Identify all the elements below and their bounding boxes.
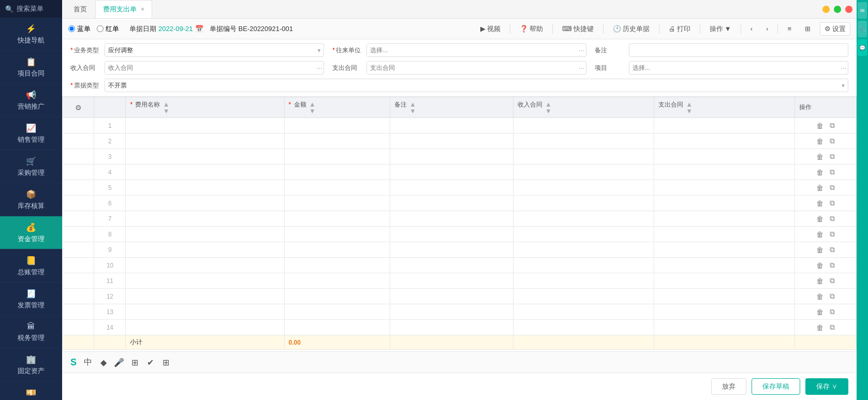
delete-row-12-btn[interactable]: 🗑 bbox=[814, 291, 826, 302]
sidebar-item-finance[interactable]: 💰 资金管理 bbox=[0, 216, 62, 249]
date-value[interactable]: 2022-09-21 bbox=[158, 25, 193, 33]
delete-row-13-btn[interactable]: 🗑 bbox=[814, 307, 826, 317]
sidebar-item-payroll[interactable]: 💴 工资 bbox=[0, 381, 62, 400]
row-11-expense[interactable] bbox=[654, 273, 795, 289]
project-select[interactable]: ··· bbox=[629, 61, 848, 75]
row-2-expense[interactable] bbox=[654, 134, 795, 149]
delete-row-10-btn[interactable]: 🗑 bbox=[814, 260, 826, 271]
row-5-note[interactable] bbox=[390, 180, 513, 196]
row-12-income[interactable] bbox=[513, 289, 654, 304]
save-draft-button[interactable]: 保存草稿 bbox=[752, 378, 800, 395]
row-1-name[interactable] bbox=[126, 118, 284, 134]
biz-type-input[interactable] bbox=[105, 44, 314, 56]
right-panel-mail[interactable]: ✉ bbox=[858, 2, 867, 19]
settings-btn[interactable]: ⚙ 设置 bbox=[820, 22, 850, 36]
row-14-amount[interactable] bbox=[284, 320, 390, 335]
row-12-expense[interactable] bbox=[654, 289, 795, 304]
mic-icon[interactable]: 🎤 bbox=[113, 356, 125, 368]
delete-row-8-btn[interactable]: 🗑 bbox=[814, 229, 826, 240]
calendar-icon[interactable]: 📅 bbox=[195, 25, 203, 33]
row-11-amount[interactable] bbox=[284, 273, 390, 289]
copy-row-3-btn[interactable]: ⧉ bbox=[828, 151, 837, 162]
income-contract-select[interactable]: ··· bbox=[105, 61, 324, 75]
row-10-note[interactable] bbox=[390, 258, 513, 273]
row-13-income[interactable] bbox=[513, 304, 654, 320]
row-2-amount[interactable] bbox=[284, 134, 390, 149]
row-1-amount[interactable] bbox=[284, 118, 390, 134]
copy-row-12-btn[interactable]: ⧉ bbox=[828, 291, 837, 302]
row-12-amount[interactable] bbox=[284, 289, 390, 304]
copy-row-6-btn[interactable]: ⧉ bbox=[828, 198, 837, 209]
sidebar-item-tax[interactable]: 🏛 税务管理 bbox=[0, 316, 62, 348]
row-3-name[interactable] bbox=[126, 149, 284, 165]
partner-select[interactable]: ··· bbox=[366, 43, 586, 57]
remark-input[interactable] bbox=[629, 43, 848, 57]
col-header-amount[interactable]: 金额 ▲▼ bbox=[284, 97, 390, 118]
partner-input[interactable] bbox=[367, 44, 578, 56]
row-12-note[interactable] bbox=[390, 289, 513, 304]
copy-row-7-btn[interactable]: ⧉ bbox=[828, 213, 837, 224]
row-1-income[interactable] bbox=[513, 118, 654, 134]
right-panel-attach[interactable]: 📎 bbox=[858, 21, 867, 37]
income-contract-dots[interactable]: ··· bbox=[316, 64, 324, 72]
partner-dots[interactable]: ··· bbox=[578, 46, 586, 54]
sidebar-item-accounting[interactable]: 📒 总账管理 bbox=[0, 249, 62, 283]
expense-contract-input[interactable] bbox=[367, 62, 578, 74]
delete-row-1-btn[interactable]: 🗑 bbox=[814, 121, 826, 131]
row-2-income[interactable] bbox=[513, 134, 654, 149]
copy-row-9-btn[interactable]: ⧉ bbox=[828, 244, 837, 255]
col-header-expense[interactable]: 支出合同 ▲▼ bbox=[654, 97, 795, 118]
sidebar-item-invoice[interactable]: 🧾 发票管理 bbox=[0, 283, 62, 316]
copy-row-10-btn[interactable]: ⧉ bbox=[828, 260, 837, 271]
help-btn[interactable]: ❓ 帮助 bbox=[516, 23, 547, 35]
row-14-note[interactable] bbox=[390, 320, 513, 335]
nav-prev-btn[interactable]: ‹ bbox=[746, 23, 757, 34]
col-header-name[interactable]: 费用名称 ▲▼ bbox=[126, 97, 284, 118]
discard-button[interactable]: 放弃 bbox=[711, 378, 746, 395]
copy-row-8-btn[interactable]: ⧉ bbox=[828, 229, 837, 240]
close-button[interactable] bbox=[845, 6, 852, 13]
tab-expense[interactable]: 费用支出单 × bbox=[95, 0, 152, 18]
invoice-type-input[interactable] bbox=[105, 79, 838, 92]
invoice-type-select[interactable]: ▼ bbox=[105, 79, 848, 92]
row-14-income[interactable] bbox=[513, 320, 654, 335]
history-btn[interactable]: 🕐 历史单据 bbox=[609, 23, 654, 35]
copy-row-11-btn[interactable]: ⧉ bbox=[828, 275, 837, 286]
view-list-btn[interactable]: ≡ bbox=[783, 23, 796, 34]
row-13-name[interactable] bbox=[126, 304, 284, 320]
row-6-name[interactable] bbox=[126, 196, 284, 211]
delete-row-3-btn[interactable]: 🗑 bbox=[814, 152, 826, 162]
row-9-expense[interactable] bbox=[654, 242, 795, 258]
row-9-amount[interactable] bbox=[284, 242, 390, 258]
radio-blue[interactable]: 蓝单 bbox=[68, 24, 91, 34]
sidebar-item-quick-nav[interactable]: ⚡ 快捷导航 bbox=[0, 18, 62, 51]
delete-row-4-btn[interactable]: 🗑 bbox=[814, 167, 826, 177]
row-14-expense[interactable] bbox=[654, 320, 795, 335]
row-1-expense[interactable] bbox=[654, 118, 795, 134]
row-8-expense[interactable] bbox=[654, 227, 795, 242]
biz-type-select[interactable]: ▼ bbox=[105, 43, 324, 57]
apps-icon[interactable]: ⊞ bbox=[159, 356, 172, 368]
row-7-income[interactable] bbox=[513, 211, 654, 227]
save-button[interactable]: 保存 ∨ bbox=[805, 378, 848, 395]
expense-contract-select[interactable]: ··· bbox=[366, 61, 586, 75]
table-gear-icon[interactable]: ⚙ bbox=[75, 103, 82, 112]
col-header-setting[interactable]: ⚙ bbox=[63, 97, 94, 118]
right-panel-chat[interactable]: 💬 bbox=[858, 39, 867, 56]
copy-row-1-btn[interactable]: ⧉ bbox=[828, 120, 837, 131]
sidebar-item-sales[interactable]: 📈 销售管理 bbox=[0, 117, 62, 150]
row-2-name[interactable] bbox=[126, 134, 284, 149]
minimize-button[interactable] bbox=[822, 6, 830, 13]
sidebar-item-fixed-assets[interactable]: 🏢 固定资产 bbox=[0, 348, 62, 381]
row-10-income[interactable] bbox=[513, 258, 654, 273]
video-btn[interactable]: ▶ 视频 bbox=[476, 23, 505, 35]
row-14-name[interactable] bbox=[126, 320, 284, 335]
delete-row-11-btn[interactable]: 🗑 bbox=[814, 276, 826, 286]
row-7-name[interactable] bbox=[126, 211, 284, 227]
row-9-name[interactable] bbox=[126, 242, 284, 258]
check-icon[interactable]: ✔ bbox=[144, 356, 156, 368]
row-2-note[interactable] bbox=[390, 134, 513, 149]
copy-row-14-btn[interactable]: ⧉ bbox=[828, 322, 837, 333]
row-11-name[interactable] bbox=[126, 273, 284, 289]
delete-row-2-btn[interactable]: 🗑 bbox=[814, 136, 826, 146]
